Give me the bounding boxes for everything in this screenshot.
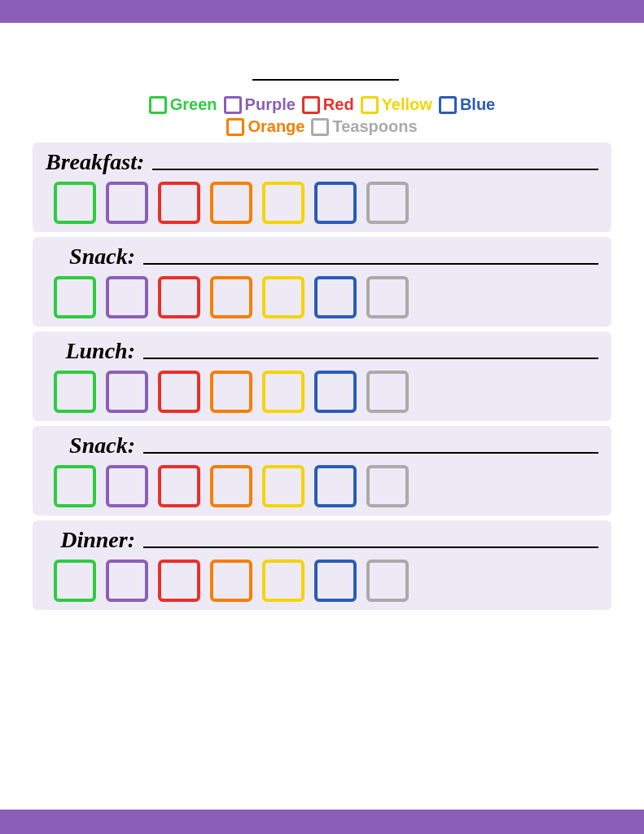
calorie-underline	[252, 79, 399, 81]
checkbox-lunch-5[interactable]	[314, 371, 357, 413]
legend-item-teaspoons: Teaspoons	[311, 117, 417, 136]
meal-underline-lunch	[143, 358, 598, 359]
checkbox-snack2-6[interactable]	[366, 465, 409, 507]
meal-underline-breakfast	[152, 169, 598, 170]
legend-box-yellow	[361, 96, 379, 114]
checkbox-snack2-4[interactable]	[262, 465, 304, 507]
legend-box-green	[149, 96, 167, 114]
checkbox-breakfast-0[interactable]	[54, 182, 96, 224]
checkbox-snack1-6[interactable]	[366, 276, 409, 318]
checkbox-snack1-2[interactable]	[158, 276, 200, 318]
checkbox-dinner-6[interactable]	[366, 560, 409, 602]
checkbox-breakfast-4[interactable]	[262, 182, 304, 224]
legend-row-1: Green Purple Red Yellow Blue	[33, 95, 611, 114]
checkbox-snack1-4[interactable]	[262, 276, 304, 318]
meal-bg-breakfast: Breakfast:	[33, 143, 611, 232]
legend-box-red	[302, 96, 320, 114]
meal-section-lunch: Lunch:	[33, 331, 611, 421]
meal-underline-snack1	[143, 263, 598, 265]
legend-label-blue: Blue	[460, 95, 495, 114]
header-bar	[0, 0, 644, 23]
checkbox-dinner-5[interactable]	[314, 560, 357, 602]
checkbox-snack2-5[interactable]	[314, 465, 357, 507]
legend-item-purple: Purple	[224, 95, 296, 114]
legend-item-blue: Blue	[439, 95, 495, 114]
checkbox-snack1-3[interactable]	[210, 276, 252, 318]
checkbox-row-dinner	[46, 560, 598, 602]
checkbox-snack2-0[interactable]	[54, 465, 96, 507]
checkbox-row-lunch	[46, 371, 598, 413]
checkbox-breakfast-2[interactable]	[158, 182, 200, 224]
meal-underline-dinner	[143, 546, 598, 548]
meal-label-snack2: Snack:	[46, 432, 135, 459]
meal-underline-snack2	[143, 452, 598, 454]
meal-label-row-dinner: Dinner:	[46, 527, 598, 553]
legend-item-red: Red	[302, 95, 354, 114]
checkbox-lunch-2[interactable]	[158, 371, 200, 413]
checkbox-snack1-5[interactable]	[314, 276, 357, 318]
meal-bg-snack1: Snack:	[33, 237, 611, 327]
meal-label-dinner: Dinner:	[46, 527, 135, 553]
meal-label-row-lunch: Lunch:	[46, 338, 598, 364]
checkbox-dinner-0[interactable]	[54, 560, 96, 602]
checkbox-snack2-3[interactable]	[210, 465, 252, 507]
meal-section-dinner: Dinner:	[33, 520, 611, 610]
meal-bg-dinner: Dinner:	[33, 520, 611, 610]
checkbox-lunch-1[interactable]	[106, 371, 148, 413]
checkbox-row-snack1	[46, 276, 598, 318]
checkbox-lunch-3[interactable]	[210, 371, 252, 413]
checkbox-lunch-0[interactable]	[54, 371, 96, 413]
legend-item-green: Green	[149, 95, 217, 114]
checkbox-breakfast-1[interactable]	[106, 182, 148, 224]
legend-label-teaspoons: Teaspoons	[332, 117, 417, 136]
checkbox-lunch-6[interactable]	[366, 371, 409, 413]
checkbox-breakfast-3[interactable]	[210, 182, 252, 224]
legend-label-yellow: Yellow	[382, 95, 432, 114]
meals-container: Breakfast:Snack:Lunch:Snack:Dinner:	[33, 143, 611, 610]
legend-box-purple	[224, 96, 242, 114]
meal-section-breakfast: Breakfast:	[33, 143, 611, 232]
checkbox-snack2-2[interactable]	[158, 465, 200, 507]
checkbox-dinner-4[interactable]	[262, 560, 304, 602]
meal-label-row-breakfast: Breakfast:	[46, 149, 598, 175]
checkbox-breakfast-6[interactable]	[366, 182, 409, 224]
legend-box-blue	[439, 96, 457, 114]
meal-bg-snack2: Snack:	[33, 426, 611, 516]
legend-item-orange: Orange	[226, 117, 304, 136]
footer-bar	[0, 810, 644, 834]
legend-label-orange: Orange	[248, 117, 304, 136]
checkbox-snack2-1[interactable]	[106, 465, 148, 507]
meal-section-snack1: Snack:	[33, 237, 611, 327]
checkbox-dinner-3[interactable]	[210, 560, 252, 602]
meal-label-lunch: Lunch:	[46, 338, 135, 364]
legend-item-yellow: Yellow	[361, 95, 432, 114]
checkbox-snack1-1[interactable]	[106, 276, 148, 318]
legend-label-green: Green	[170, 95, 217, 114]
meal-label-row-snack2: Snack:	[46, 432, 598, 459]
checkbox-row-snack2	[46, 465, 598, 507]
meal-bg-lunch: Lunch:	[33, 331, 611, 421]
checkbox-snack1-0[interactable]	[54, 276, 96, 318]
legend-box-orange	[226, 118, 244, 136]
calorie-target-row	[33, 54, 611, 84]
legend-box-teaspoons	[311, 118, 329, 136]
meal-label-snack1: Snack:	[46, 244, 135, 270]
legend-row-2: Orange Teaspoons	[33, 117, 611, 136]
legend-label-red: Red	[323, 95, 354, 114]
meal-label-breakfast: Breakfast:	[46, 149, 144, 175]
checkbox-lunch-4[interactable]	[262, 371, 304, 413]
checkbox-dinner-2[interactable]	[158, 560, 200, 602]
checkbox-dinner-1[interactable]	[106, 560, 148, 602]
checkbox-breakfast-5[interactable]	[314, 182, 357, 224]
legend-label-purple: Purple	[245, 95, 296, 114]
meal-section-snack2: Snack:	[33, 426, 611, 516]
meal-label-row-snack1: Snack:	[46, 244, 598, 270]
legend: Green Purple Red Yellow Blue Orange Teas…	[33, 95, 611, 136]
checkbox-row-breakfast	[46, 182, 598, 224]
content-area: Green Purple Red Yellow Blue Orange Teas…	[0, 23, 644, 810]
